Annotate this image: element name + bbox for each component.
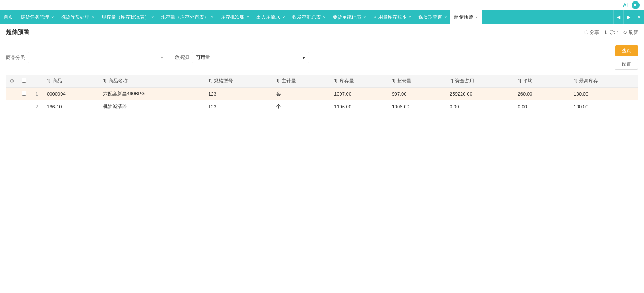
table-header-row: ⚙ ⇅ 商品... ⇅ 商品名称 ⇅ 规格型号: [6, 75, 638, 88]
row-spec: 123: [205, 88, 272, 100]
row-checkbox-cell: [18, 88, 30, 100]
close-icon[interactable]: ×: [92, 15, 94, 19]
settings-icon[interactable]: ⚙: [10, 78, 14, 84]
nav-item-inout-flow[interactable]: 出入库流水×: [253, 10, 288, 24]
datasource-filter: 数据源 可用量 ▾: [175, 52, 309, 63]
col-product-name[interactable]: ⇅ 商品名称: [99, 75, 205, 88]
col-product-code[interactable]: ⇅ 商品...: [43, 75, 99, 88]
row-capital-usage: 259220.00: [446, 88, 514, 100]
user-avatar[interactable]: Ai: [632, 1, 640, 9]
row-checkbox[interactable]: [22, 91, 26, 96]
row-settings-cell: [6, 88, 18, 100]
datasource-chevron-icon: ▾: [303, 55, 305, 60]
close-icon[interactable]: ×: [211, 15, 213, 19]
nav-item-overstock[interactable]: 超储预警×: [450, 10, 481, 24]
refresh-button[interactable]: ↻ 刷新: [623, 29, 638, 36]
page-content: 超储预警 ⬡ 分享 ⬇ 导出 ↻ 刷新 商品分类 ▾ 数据源: [0, 24, 644, 293]
row-spec: 123: [205, 100, 272, 113]
col-product-name-label: ⇅ 商品名称: [103, 78, 128, 84]
export-label: 导出: [609, 29, 619, 36]
nav-item-abnormal[interactable]: 拣货异常处理×: [57, 10, 98, 24]
close-icon[interactable]: ×: [51, 15, 54, 19]
row-stock-qty: 1106.00: [330, 100, 388, 113]
nav-arrows: ◀▶✕: [613, 10, 644, 24]
datasource-label: 数据源: [175, 54, 189, 61]
row-unit: 个: [272, 100, 330, 113]
nav-close-arrow[interactable]: ✕: [634, 10, 644, 24]
nav-item-avail-account[interactable]: 可用量库存账本×: [370, 10, 415, 24]
nav-item-recv-send[interactable]: 收发存汇总表×: [289, 10, 329, 24]
col-capital-usage-label: ⇅ 资金占用: [450, 78, 474, 84]
col-stock-qty[interactable]: ⇅ 库存量: [330, 75, 388, 88]
col-max-stock[interactable]: ⇅ 最高库存: [570, 75, 638, 88]
col-spec[interactable]: ⇅ 规格型号: [205, 75, 272, 88]
nav-item-task-mgmt[interactable]: 拣货任务管理×: [17, 10, 57, 24]
table-wrapper: ⚙ ⇅ 商品... ⇅ 商品名称 ⇅ 规格型号: [0, 75, 644, 113]
row-avg: 0.00: [514, 100, 570, 113]
col-unit[interactable]: ⇅ 主计量: [272, 75, 330, 88]
row-product-code: 186-10...: [43, 100, 99, 113]
col-checkbox: [18, 75, 30, 88]
table-row: 2 186-10... 机油滤清器 123 个 1106.00 1006.00 …: [6, 100, 638, 113]
col-settings: ⚙: [6, 75, 18, 88]
header-actions: ⬡ 分享 ⬇ 导出 ↻ 刷新: [584, 29, 638, 36]
close-icon[interactable]: ×: [151, 15, 154, 19]
row-product-name: 机油滤清器: [99, 100, 205, 113]
settings-button[interactable]: 设置: [615, 59, 638, 70]
category-filter: 商品分类 ▾: [6, 52, 167, 63]
share-icon: ⬡: [584, 30, 588, 35]
row-overstock-qty: 997.00: [388, 88, 446, 100]
close-icon[interactable]: ×: [323, 15, 325, 19]
nav-item-home[interactable]: 首页: [0, 10, 17, 24]
user-label: Ai: [623, 2, 628, 8]
nav-bar: 首页拣货任务管理×拣货异常处理×现存量（库存状况表）×现存量（库存分布表）×库存…: [0, 10, 644, 24]
close-icon[interactable]: ×: [363, 15, 366, 19]
share-button[interactable]: ⬡ 分享: [584, 29, 599, 36]
nav-item-expiry[interactable]: 保质期查询×: [415, 10, 450, 24]
close-icon[interactable]: ×: [247, 15, 249, 19]
row-stock-qty: 1097.00: [330, 88, 388, 100]
close-icon[interactable]: ×: [409, 15, 411, 19]
row-checkbox[interactable]: [22, 104, 26, 108]
nav-right-arrow[interactable]: ▶: [623, 10, 634, 24]
col-capital-usage[interactable]: ⇅ 资金占用: [446, 75, 514, 88]
datasource-select[interactable]: 可用量 ▾: [192, 52, 309, 63]
table-row: 1 0000004 六配套新昌490BPG 123 套 1097.00 997.…: [6, 88, 638, 100]
row-capital-usage: 0.00: [446, 100, 514, 113]
data-table: ⚙ ⇅ 商品... ⇅ 商品名称 ⇅ 规格型号: [6, 75, 638, 113]
category-chevron-icon: ▾: [161, 55, 163, 60]
nav-item-order-stat[interactable]: 要货单统计表×: [329, 10, 369, 24]
top-bar: Ai Ai: [0, 0, 644, 10]
row-checkbox-cell: [18, 100, 30, 113]
row-number: 2: [30, 100, 43, 113]
row-avg: 260.00: [514, 88, 570, 100]
refresh-label: 刷新: [629, 29, 638, 36]
share-label: 分享: [590, 29, 599, 36]
row-max-stock: 100.00: [570, 100, 638, 113]
col-spec-label: ⇅ 规格型号: [208, 78, 233, 84]
col-unit-label: ⇅ 主计量: [276, 78, 296, 84]
select-all-checkbox[interactable]: [22, 78, 26, 83]
export-button[interactable]: ⬇ 导出: [604, 29, 619, 36]
col-overstock-qty-label: ⇅ 超储量: [392, 78, 412, 84]
row-max-stock: 100.00: [570, 88, 638, 100]
nav-item-batch-account[interactable]: 库存批次账×: [217, 10, 253, 24]
category-select[interactable]: ▾: [28, 52, 167, 63]
nav-item-stock-status[interactable]: 现存量（库存状况表）×: [98, 10, 157, 24]
row-product-code: 0000004: [43, 88, 99, 100]
query-button[interactable]: 查询: [615, 45, 638, 56]
row-overstock-qty: 1006.00: [388, 100, 446, 113]
filter-area: 商品分类 ▾ 数据源 可用量 ▾ 查询 设置: [0, 40, 644, 75]
col-avg[interactable]: ⇅ 平均...: [514, 75, 570, 88]
close-icon[interactable]: ×: [282, 15, 285, 19]
close-icon[interactable]: ×: [475, 15, 477, 19]
nav-left-arrow[interactable]: ◀: [613, 10, 623, 24]
export-icon: ⬇: [604, 30, 608, 35]
col-overstock-qty[interactable]: ⇅ 超储量: [388, 75, 446, 88]
col-rownum: [30, 75, 43, 88]
close-icon[interactable]: ×: [444, 15, 447, 19]
col-max-stock-label: ⇅ 最高库存: [574, 78, 599, 84]
col-stock-qty-label: ⇅ 库存量: [334, 78, 354, 84]
refresh-icon: ↻: [623, 30, 627, 35]
nav-item-stock-dist[interactable]: 现存量（库存分布表）×: [157, 10, 217, 24]
